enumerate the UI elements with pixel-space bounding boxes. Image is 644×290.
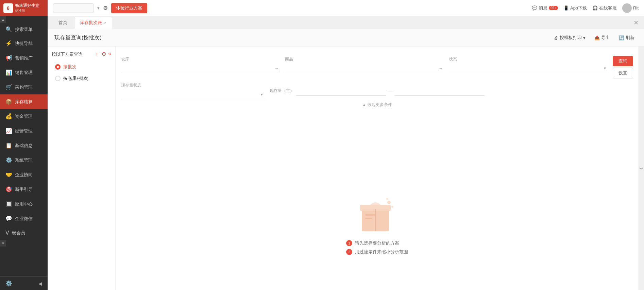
filter-right-panel: 仓库 ··· 商品 ··· (116, 47, 639, 159)
sidebar-item-search-label: 搜索菜单 (15, 26, 33, 33)
refresh-button[interactable]: 🔄 刷新 (616, 33, 637, 42)
sidebar-item-system-label: 系统管理 (15, 157, 33, 163)
empty-illustration (353, 194, 401, 235)
sidebar-item-apps[interactable]: 🔲 应用中心 (0, 197, 48, 211)
export-button[interactable]: 📤 导出 (592, 33, 613, 42)
tab-bar: 首页 库存批次账 × ✕ (48, 16, 644, 29)
tab-home[interactable]: 首页 (53, 17, 73, 29)
sidebar: 6 畅康通好生意 标准版 ▲ 🔍 搜索菜单 ⚡ 快捷导航 📢 营销推广 📊 销售… (0, 0, 48, 290)
top-bar: ▾ ⚙ 体验行业方案 💬 消息 99+ 📱 App下载 🎧 在线客服 Rit (48, 0, 644, 16)
query-button[interactable]: 查询 (613, 56, 633, 66)
print-icon: 🖨 (554, 35, 558, 40)
sidebar-item-guide[interactable]: 🎯 新手引导 (0, 182, 48, 197)
svg-rect-7 (365, 218, 372, 219)
warehouse-input[interactable] (121, 64, 279, 73)
dropdown-arrow-icon[interactable]: ▾ (97, 5, 100, 11)
product-label: 商品 (285, 56, 443, 62)
main-area: ▾ ⚙ 体验行业方案 💬 消息 99+ 📱 App下载 🎧 在线客服 Rit (48, 0, 644, 290)
filter-option-warehouse-batch-label: 按仓库+批次 (63, 75, 88, 81)
svg-point-4 (391, 206, 393, 208)
user-avatar[interactable]: Rit (622, 3, 639, 13)
svg-rect-6 (365, 214, 375, 216)
tab-close-icon[interactable]: × (104, 20, 106, 25)
guide-icon: 🎯 (5, 186, 12, 193)
topbar-settings-icon[interactable]: ⚙ (103, 5, 108, 11)
sidebar-item-collab[interactable]: 🤝 企业协同 (0, 167, 48, 182)
empty-svg (353, 194, 401, 235)
sidebar-item-wechat-label: 企业微信 (15, 216, 33, 222)
message-icon: 💬 (532, 5, 537, 11)
quantity-min-input[interactable] (296, 86, 386, 96)
export-label: 导出 (601, 35, 610, 41)
messages-button[interactable]: 💬 消息 99+ (532, 5, 558, 11)
inventory-status-select[interactable] (121, 90, 264, 99)
sidebar-item-wechat[interactable]: 💬 企业微信 (0, 211, 48, 226)
export-icon: 📤 (594, 35, 600, 40)
sidebar-item-ops[interactable]: 📈 经营管理 (0, 124, 48, 138)
collapse-panel-icon[interactable]: « (108, 51, 111, 58)
filter-option-warehouse-batch[interactable]: 按仓库+批次 (52, 73, 111, 84)
status-label: 状态 (449, 56, 607, 62)
tab-inventory-batch[interactable]: 库存批次账 × (74, 17, 112, 29)
action-buttons: 查询 设置 (613, 51, 633, 78)
online-service-button[interactable]: 🎧 在线客服 (592, 5, 617, 11)
sidebar-item-finance[interactable]: 💰 资金管理 (0, 109, 48, 124)
footer-settings-icon[interactable]: ⚙️ (5, 280, 12, 287)
footer-collapse-icon[interactable]: ◀ (38, 281, 42, 286)
edition-label: 标准版 (15, 8, 39, 13)
sidebar-item-search[interactable]: 🔍 搜索菜单 (0, 23, 48, 36)
warehouse-label: 仓库 (121, 56, 279, 62)
chevron-up-icon: ▲ (362, 103, 366, 107)
quantity-max-input[interactable] (395, 86, 485, 96)
company-name: 畅康通好生意 (15, 3, 39, 8)
sidebar-item-basic[interactable]: 📋 基础信息 (0, 138, 48, 153)
tab-inventory-batch-label: 库存批次账 (80, 20, 102, 26)
sidebar-item-inventory[interactable]: 📦 库存核算 (0, 94, 48, 109)
warehouse-more-icon[interactable]: ··· (275, 66, 278, 71)
sidebar-item-finance-label: 资金管理 (15, 113, 33, 120)
product-more-icon[interactable]: ··· (439, 66, 442, 71)
add-scheme-icon[interactable]: ＋ (94, 51, 100, 58)
sidebar-item-system[interactable]: ⚙️ 系统管理 (0, 153, 48, 167)
print-dropdown-icon[interactable]: ▾ (583, 35, 586, 40)
print-button[interactable]: 🖨 按模板打印 ▾ (551, 33, 588, 42)
sidebar-item-member[interactable]: V 畅会员 (0, 226, 48, 240)
sidebar-item-shortcut[interactable]: ⚡ 快捷导航 (0, 36, 48, 51)
tab-close-all-icon[interactable]: ✕ (633, 19, 639, 26)
sidebar-item-sales[interactable]: 📊 销售管理 (0, 65, 48, 80)
top-search-input[interactable] (53, 3, 94, 13)
warehouse-input-wrap: ··· (121, 64, 279, 73)
right-collapse-panel[interactable]: ❯ (639, 47, 644, 290)
app-download-button[interactable]: 📱 App下载 (563, 5, 587, 11)
shortcut-icon: ⚡ (5, 40, 12, 47)
status-select[interactable] (449, 64, 607, 73)
collapse-button[interactable]: ▲ 收起更多条件 (121, 99, 633, 110)
sidebar-item-purchase[interactable]: 🛒 采购管理 (0, 80, 48, 94)
refresh-icon: 🔄 (619, 35, 624, 40)
scheme-settings-icon[interactable]: ⊙ (102, 51, 106, 58)
sidebar-item-basic-label: 基础信息 (15, 143, 33, 149)
sidebar-item-marketing[interactable]: 📢 营销推广 (0, 51, 48, 65)
collab-icon: 🤝 (5, 171, 12, 178)
empty-steps: 1 请先选择要分析的方案 2 用过滤条件来缩小分析范围 (346, 240, 408, 255)
sidebar-item-sales-label: 销售管理 (15, 70, 33, 76)
filter-right-area: 仓库 ··· 商品 ··· (116, 47, 639, 290)
inventory-icon: 📦 (5, 98, 12, 105)
inventory-status-field: 现存量状态 ▾ (121, 83, 264, 99)
radio-warehouse-batch (55, 76, 61, 81)
svg-point-3 (387, 201, 391, 204)
scroll-up-btn[interactable]: ▲ (0, 16, 6, 23)
settings-button[interactable]: 设置 (613, 68, 633, 78)
sidebar-item-guide-label: 新手引导 (15, 186, 33, 193)
sidebar-menu: ▲ 🔍 搜索菜单 ⚡ 快捷导航 📢 营销推广 📊 销售管理 🛒 采购管理 📦 库… (0, 16, 48, 276)
inventory-quantity-label: 现存量（主） (270, 88, 294, 94)
message-badge: 99+ (549, 6, 558, 10)
sidebar-item-member-label: 畅会员 (12, 230, 25, 236)
empty-step-1: 1 请先选择要分析的方案 (346, 240, 408, 246)
experience-button[interactable]: 体验行业方案 (111, 3, 147, 13)
sales-icon: 📊 (5, 69, 12, 76)
filter-row-2: 现存量状态 ▾ 现存量（主） — (121, 83, 633, 99)
product-input[interactable] (285, 64, 443, 73)
scroll-down-btn[interactable]: ▼ (0, 240, 6, 247)
filter-option-batch[interactable]: 按批次 (52, 61, 111, 73)
